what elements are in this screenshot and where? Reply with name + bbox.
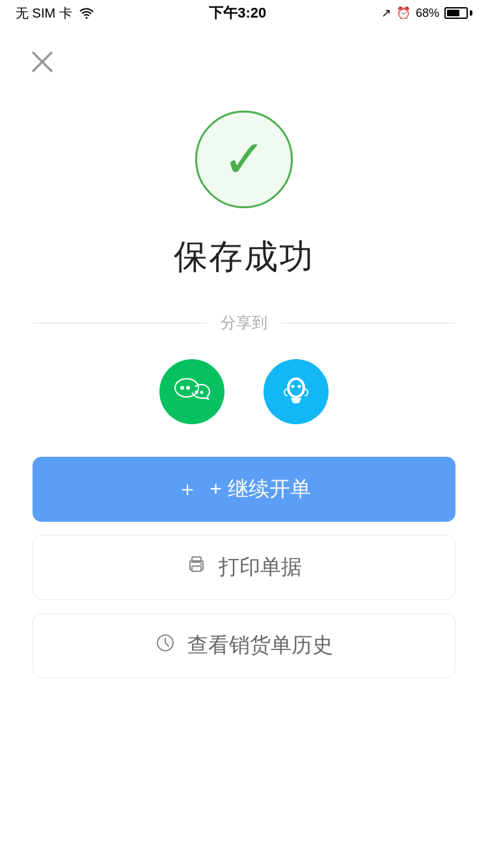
no-sim-label: 无 SIM 卡 — [16, 5, 72, 22]
status-right: ↗ ⏰ 68% — [381, 6, 472, 20]
svg-point-5 — [195, 391, 198, 394]
continue-button[interactable]: ＋ + 继续开单 — [33, 457, 455, 522]
svg-rect-12 — [292, 398, 300, 401]
status-left: 无 SIM 卡 — [16, 5, 94, 22]
divider-wrapper: 分享到 — [33, 312, 455, 333]
divider-right — [280, 323, 455, 323]
print-label: 打印单据 — [219, 553, 302, 582]
divider-left — [33, 323, 208, 323]
svg-point-8 — [290, 380, 303, 396]
svg-point-6 — [200, 391, 204, 394]
share-icons — [159, 359, 329, 424]
history-label: 查看销货单历史 — [187, 631, 333, 660]
wechat-icon — [173, 375, 211, 408]
share-section: 分享到 — [33, 312, 455, 424]
status-bar: 无 SIM 卡 下午3:20 ↗ ⏰ 68% — [0, 0, 488, 26]
close-button[interactable] — [20, 39, 65, 85]
wifi-icon — [79, 7, 94, 20]
svg-point-10 — [298, 385, 301, 388]
status-time: 下午3:20 — [209, 3, 266, 23]
history-button[interactable]: 查看销货单历史 — [33, 613, 455, 678]
svg-rect-15 — [192, 566, 201, 571]
actions: ＋ + 继续开单 打印单据 查看销货单历史 — [33, 457, 455, 678]
battery-percent: 68% — [416, 7, 439, 20]
alarm-icon: ⏰ — [396, 6, 411, 20]
success-circle: ✓ — [195, 111, 293, 208]
qq-share-button[interactable] — [264, 359, 329, 424]
success-title: 保存成功 — [174, 234, 314, 280]
continue-label: + 继续开单 — [210, 475, 311, 504]
svg-point-4 — [186, 386, 190, 390]
svg-point-16 — [200, 563, 202, 565]
checkmark-icon: ✓ — [223, 133, 266, 185]
print-icon — [186, 554, 207, 580]
location-icon: ↗ — [381, 6, 391, 20]
svg-point-9 — [291, 385, 295, 388]
close-icon — [31, 50, 54, 74]
print-button[interactable]: 打印单据 — [33, 535, 455, 600]
svg-point-3 — [180, 386, 184, 390]
wechat-share-button[interactable] — [159, 359, 224, 424]
battery-icon — [444, 7, 472, 19]
plus-icon: ＋ — [177, 475, 198, 504]
share-label: 分享到 — [221, 312, 267, 333]
qq-icon — [278, 373, 314, 410]
main-content: ✓ 保存成功 分享到 — [0, 98, 488, 868]
history-icon — [155, 632, 176, 658]
